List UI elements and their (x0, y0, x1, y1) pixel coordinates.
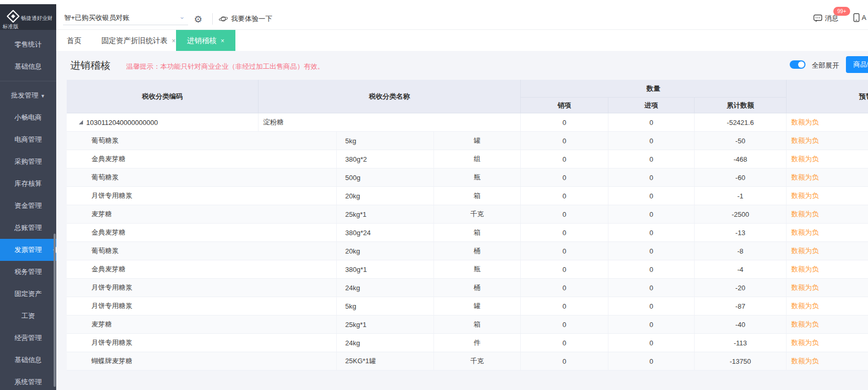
sidebar-item-system-mgmt[interactable]: 系统管理 (0, 371, 56, 390)
sidebar-item-basic-info[interactable]: 基础信息 (0, 56, 56, 78)
col-header-sales: 销项 (521, 98, 608, 113)
cell-unit: 组 (434, 150, 521, 168)
sidebar-item-retail-stats[interactable]: 零售统计 (0, 34, 56, 56)
table-row: 月饼专用糖浆 24kg 桶 0 0 -20 数额为负 (67, 279, 868, 297)
sidebar-item-ecommerce-mgmt[interactable]: 电商管理 (0, 129, 56, 151)
sidebar-item-purchase-mgmt[interactable]: 采购管理 (0, 151, 56, 173)
negative-amount-link[interactable]: 数额为负 (787, 352, 868, 370)
cell-purchase-qty: 0 (608, 187, 695, 205)
sidebar-item-payroll[interactable]: 工资 (0, 305, 56, 327)
tab-purchase-sale-audit[interactable]: 进销稽核× (176, 30, 235, 51)
module-select-dropdown[interactable]: 智+已购买收银员对账 ⌄ (63, 12, 188, 25)
negative-amount-link[interactable]: 数额为负 (787, 168, 868, 186)
close-icon[interactable]: × (221, 37, 224, 45)
table-row-parent: 1030112040000000000 淀粉糖 0 0 -52421.6 数额为… (67, 113, 868, 132)
cell-product-name: 蝴蝶牌麦芽糖 (67, 352, 337, 370)
negative-amount-link[interactable]: 数额为负 (787, 315, 868, 333)
experience-link[interactable]: 我要体验一下 (219, 14, 272, 24)
table-row: 蝴蝶牌麦芽糖 25KG*1罐 千克 0 0 -13750 数额为负 (67, 352, 868, 371)
sidebar-item-basic-info-2[interactable]: 基础信息 (0, 349, 56, 371)
cell-purchase-qty: 0 (608, 168, 695, 186)
cell-purchase-qty: 0 (608, 315, 695, 333)
brand-edition: 标准版 (3, 23, 18, 30)
cell-unit: 箱 (434, 315, 521, 333)
messages-count-badge: 99+ (833, 7, 850, 16)
main-content: 进销稽核 温馨提示：本功能只针对商业企业（非经过加工出售商品）有效。 全部展开 … (56, 51, 868, 390)
messages-button[interactable]: 消息 (813, 14, 839, 23)
brand-name: 畅捷通好业财 (21, 15, 53, 22)
sidebar-item-fixed-assets[interactable]: 固定资产 (0, 283, 56, 305)
cell-total-qty: -13 (695, 224, 787, 241)
cell-unit: 桶 (434, 242, 521, 260)
close-icon[interactable]: × (172, 37, 175, 45)
sidebar-item-business-mgmt[interactable]: 经营管理 (0, 327, 56, 349)
toggle-knob (798, 61, 804, 68)
negative-amount-link[interactable]: 数额为负 (787, 297, 868, 315)
col-header-tax-code: 税收分类编码 (67, 80, 259, 113)
negative-amount-link[interactable]: 数额为负 (787, 260, 868, 278)
topbar-divider (212, 13, 213, 25)
cell-spec: 380g*1 (337, 260, 434, 278)
negative-amount-link[interactable]: 数额为负 (787, 132, 868, 150)
cell-sales-qty: 0 (521, 224, 608, 241)
table-row: 月饼专用糖浆 20kg 箱 0 0 -1 数额为负 (67, 187, 868, 205)
table-row: 月饼专用糖浆 5kg 罐 0 0 -87 数额为负 (67, 297, 868, 315)
col-header-purchase: 进项 (608, 98, 695, 113)
cell-product-name: 葡萄糖浆 (67, 132, 337, 150)
sidebar-item-invoice-mgmt[interactable]: 发票管理 (0, 239, 56, 261)
expand-collapse-icon[interactable] (79, 120, 83, 124)
cell-purchase-qty: 0 (608, 334, 695, 352)
cell-sales-qty: 0 (521, 242, 608, 260)
cell-purchase-qty: 0 (608, 132, 695, 150)
sidebar-item-wholesale-mgmt[interactable]: 批发管理▼ (0, 85, 56, 107)
cell-purchase-qty: 0 (608, 205, 695, 223)
table-row: 金典麦芽糖 380g*1 瓶 0 0 -4 数额为负 (67, 260, 868, 279)
cell-product-name: 葡萄糖浆 (67, 242, 337, 260)
negative-amount-link[interactable]: 数额为负 (787, 242, 868, 260)
cell-product-name: 月饼专用糖浆 (67, 297, 337, 315)
mobile-app-button[interactable]: A (853, 13, 866, 22)
negative-amount-link[interactable]: 数额为负 (787, 187, 868, 205)
chevron-down-icon: ⌄ (179, 13, 185, 20)
sidebar-item-tax-mgmt[interactable]: 税务管理 (0, 261, 56, 283)
negative-amount-link[interactable]: 数额为负 (787, 150, 868, 168)
cell-spec: 25kg*1 (337, 205, 434, 223)
tab-fixed-asset-depreciation[interactable]: 固定资产折旧统计表× (98, 30, 179, 51)
expand-all-toggle[interactable] (790, 60, 805, 69)
negative-amount-link[interactable]: 数额为负 (787, 279, 868, 297)
sidebar-item-general-ledger[interactable]: 总账管理 (0, 217, 56, 239)
cell-total-qty: -40 (695, 315, 787, 333)
cell-spec: 5kg (337, 132, 434, 150)
sidebar-scrollbar[interactable] (54, 234, 56, 387)
experience-label: 我要体验一下 (231, 14, 272, 24)
cell-unit: 罐 (434, 297, 521, 315)
negative-amount-link[interactable]: 数额为负 (787, 113, 868, 131)
cell-sales-qty: 0 (521, 334, 608, 352)
cell-spec: 24kg (337, 334, 434, 352)
table-row: 月饼专用糖浆 24kg 件 0 0 -113 数额为负 (67, 334, 868, 352)
gear-icon[interactable]: ⚙ (192, 14, 204, 25)
table-row: 金典麦芽糖 380g*2 组 0 0 -468 数额为负 (67, 150, 868, 168)
sidebar-item-funds-mgmt[interactable]: 资金管理 (0, 195, 56, 217)
negative-amount-link[interactable]: 数额为负 (787, 334, 868, 352)
cell-total-qty: -8 (695, 242, 787, 260)
sidebar-item-xiaochang-ecommerce[interactable]: 小畅电商 (0, 107, 56, 129)
negative-amount-link[interactable]: 数额为负 (787, 224, 868, 241)
product-code-button[interactable]: 商品编码 (846, 56, 868, 73)
cell-product-name: 月饼专用糖浆 (67, 187, 337, 205)
cell-sales-qty: 0 (521, 168, 608, 186)
cell-unit: 桶 (434, 279, 521, 297)
negative-amount-link[interactable]: 数额为负 (787, 205, 868, 223)
cell-unit: 罐 (434, 132, 521, 150)
sidebar-divider (0, 81, 56, 81)
cell-total-qty: -4 (695, 260, 787, 278)
sidebar-item-inventory-accounting[interactable]: 库存核算 (0, 173, 56, 195)
cell-purchase-qty: 0 (608, 113, 695, 131)
cell-unit: 箱 (434, 187, 521, 205)
tab-home[interactable]: 首页 (64, 30, 85, 51)
phone-icon (853, 13, 860, 22)
cell-unit: 箱 (434, 224, 521, 241)
cell-unit: 千克 (434, 205, 521, 223)
expand-all-label: 全部展开 (812, 61, 839, 70)
cell-tax-code: 1030112040000000000 (67, 113, 259, 131)
